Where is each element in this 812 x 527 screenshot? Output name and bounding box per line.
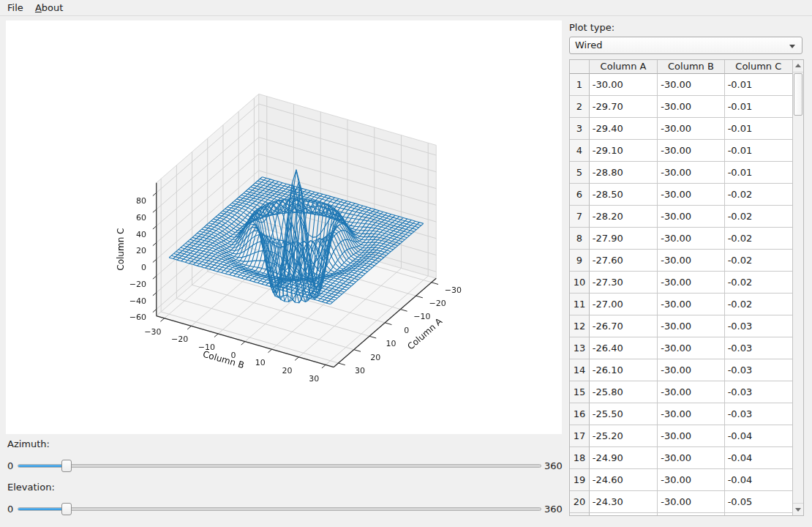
row-header-cell[interactable]: 13 xyxy=(570,337,590,359)
table-cell[interactable]: -0.04 xyxy=(725,447,792,469)
row-header-cell[interactable]: 1 xyxy=(570,74,590,96)
table-cell[interactable]: -26.10 xyxy=(590,359,658,381)
scrollbar-down-button[interactable] xyxy=(793,503,803,515)
row-header-cell[interactable]: 4 xyxy=(570,140,590,162)
table-cell[interactable]: -30.00 xyxy=(658,162,724,184)
azimuth-slider-handle[interactable] xyxy=(61,460,72,472)
table-cell[interactable]: -30.00 xyxy=(658,403,724,425)
table-cell[interactable]: -29.10 xyxy=(590,140,658,162)
table-cell[interactable]: -30.00 xyxy=(658,469,724,491)
table-row: 13-26.40-30.00-0.03 xyxy=(570,337,792,359)
table-cell[interactable]: -30.00 xyxy=(658,74,724,96)
row-header-cell[interactable]: 16 xyxy=(570,403,590,425)
table-cell[interactable]: -0.02 xyxy=(725,294,792,315)
table-cell[interactable]: -30.00 xyxy=(590,74,658,96)
table-scrollbar[interactable] xyxy=(792,60,803,515)
table-cell[interactable]: -29.40 xyxy=(590,118,658,140)
row-header-cell[interactable]: 6 xyxy=(570,184,590,206)
table-cell[interactable]: -0.03 xyxy=(725,403,792,425)
scrollbar-thumb[interactable] xyxy=(794,73,802,116)
row-header-cell[interactable]: 8 xyxy=(570,228,590,250)
table-cell[interactable]: -30.00 xyxy=(658,206,724,228)
table-cell[interactable]: -24.30 xyxy=(590,491,658,513)
table-cell[interactable]: -0.01 xyxy=(725,162,792,184)
table-cell[interactable]: -30.00 xyxy=(658,425,724,447)
row-header-cell[interactable]: 7 xyxy=(570,206,590,228)
azimuth-slider[interactable] xyxy=(18,464,541,468)
table-cell[interactable]: -30.00 xyxy=(658,337,724,359)
row-header-cell[interactable]: 12 xyxy=(570,315,590,337)
table-cell[interactable]: -0.05 xyxy=(725,491,792,513)
table-cell[interactable]: -27.00 xyxy=(590,294,658,315)
menu-about[interactable]: About xyxy=(31,0,67,15)
table-cell[interactable]: -27.60 xyxy=(590,250,658,272)
table-cell[interactable]: -28.50 xyxy=(590,184,658,206)
table-cell[interactable]: -0.02 xyxy=(725,250,792,272)
table-cell[interactable]: -27.90 xyxy=(590,228,658,250)
table-cell[interactable]: -30.00 xyxy=(658,250,724,272)
scrollbar-up-button[interactable] xyxy=(793,60,803,72)
menu-file[interactable]: File xyxy=(3,0,28,15)
row-header-cell[interactable]: 5 xyxy=(570,162,590,184)
elevation-slider[interactable] xyxy=(18,507,541,511)
row-header-cell[interactable] xyxy=(570,513,590,516)
table-cell[interactable]: -30.00 xyxy=(658,359,724,381)
table-cell[interactable]: -0.03 xyxy=(725,359,792,381)
row-header-cell[interactable]: 15 xyxy=(570,381,590,403)
table-cell[interactable]: -30.00 xyxy=(658,272,724,294)
table-cell[interactable]: -25.20 xyxy=(590,425,658,447)
row-header-cell[interactable]: 11 xyxy=(570,294,590,315)
table-cell[interactable]: -30.00 xyxy=(658,228,724,250)
table-cell[interactable]: -0.03 xyxy=(725,381,792,403)
table-cell[interactable]: -0.01 xyxy=(725,96,792,118)
table-cell[interactable]: -0.02 xyxy=(725,206,792,228)
table-cell[interactable]: -30.00 xyxy=(658,184,724,206)
row-header-cell[interactable]: 3 xyxy=(570,118,590,140)
row-header-cell[interactable]: 20 xyxy=(570,491,590,513)
row-header-cell[interactable]: 9 xyxy=(570,250,590,272)
table-cell[interactable]: -0.02 xyxy=(725,228,792,250)
table-cell[interactable]: -0.04 xyxy=(725,425,792,447)
table-cell[interactable]: -25.80 xyxy=(590,381,658,403)
table-cell[interactable]: -30.00 xyxy=(658,118,724,140)
table-cell[interactable]: -27.30 xyxy=(590,272,658,294)
row-header-cell[interactable]: 18 xyxy=(570,447,590,469)
column-header-c[interactable]: Column C xyxy=(725,60,792,74)
table-cell[interactable]: -26.40 xyxy=(590,337,658,359)
table-row: 2-29.70-30.00-0.01 xyxy=(570,96,792,118)
table-cell[interactable] xyxy=(590,513,658,516)
row-header-cell[interactable]: 17 xyxy=(570,425,590,447)
table-cell[interactable]: -0.02 xyxy=(725,272,792,294)
table-cell[interactable] xyxy=(658,513,724,516)
table-cell[interactable] xyxy=(725,513,792,516)
table-cell[interactable]: -30.00 xyxy=(658,294,724,315)
row-header-cell[interactable]: 2 xyxy=(570,96,590,118)
table-cell[interactable]: -0.02 xyxy=(725,184,792,206)
table-cell[interactable]: -28.80 xyxy=(590,162,658,184)
plot-type-combobox[interactable]: Wired xyxy=(569,37,802,54)
table-cell[interactable]: -0.01 xyxy=(725,118,792,140)
table-cell[interactable]: -0.03 xyxy=(725,315,792,337)
table-cell[interactable]: -0.01 xyxy=(725,74,792,96)
column-header-b[interactable]: Column B xyxy=(658,60,724,74)
table-cell[interactable]: -26.70 xyxy=(590,315,658,337)
table-cell[interactable]: -0.01 xyxy=(725,140,792,162)
table-cell[interactable]: -0.03 xyxy=(725,337,792,359)
table-cell[interactable]: -30.00 xyxy=(658,447,724,469)
table-cell[interactable]: -24.90 xyxy=(590,447,658,469)
table-cell[interactable]: -30.00 xyxy=(658,491,724,513)
row-header-cell[interactable]: 10 xyxy=(570,272,590,294)
row-header-cell[interactable]: 19 xyxy=(570,469,590,491)
row-header-cell[interactable]: 14 xyxy=(570,359,590,381)
elevation-slider-handle[interactable] xyxy=(61,503,72,515)
table-cell[interactable]: -28.20 xyxy=(590,206,658,228)
table-cell[interactable]: -30.00 xyxy=(658,96,724,118)
column-header-a[interactable]: Column A xyxy=(590,60,658,74)
table-cell[interactable]: -0.04 xyxy=(725,469,792,491)
table-cell[interactable]: -25.50 xyxy=(590,403,658,425)
table-cell[interactable]: -29.70 xyxy=(590,96,658,118)
table-cell[interactable]: -30.00 xyxy=(658,315,724,337)
table-cell[interactable]: -24.60 xyxy=(590,469,658,491)
table-cell[interactable]: -30.00 xyxy=(658,140,724,162)
table-cell[interactable]: -30.00 xyxy=(658,381,724,403)
